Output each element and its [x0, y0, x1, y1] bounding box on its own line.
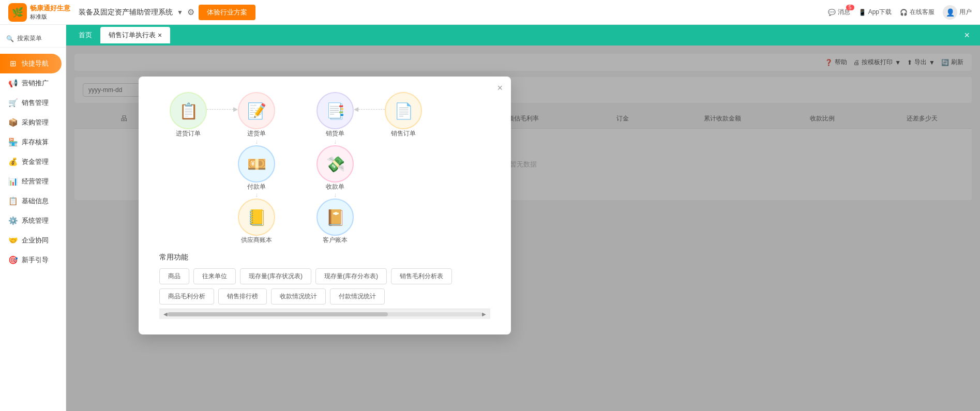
common-btn-sales-rank[interactable]: 销售排行榜 [218, 288, 267, 305]
supplier-account-label: 供应商账本 [241, 236, 272, 245]
common-btn-goods-margin[interactable]: 商品毛利分析 [159, 288, 214, 305]
common-buttons: 商品 往来单位 现存量(库存状况表) 现存量(库存分布表) 销售毛利分析表 商品… [159, 268, 490, 305]
sidebar-search-area: 🔍 搜索菜单 [0, 25, 66, 53]
sales-order-label: 销售订单 [391, 129, 416, 138]
tab-sales-order-label: 销售订单执行表 [109, 31, 156, 40]
system-icon: ⚙️ [8, 216, 18, 225]
operation-icon: 📊 [8, 177, 18, 186]
message-badge: 5 [846, 5, 854, 10]
tab-bar-close-btn[interactable]: × [962, 28, 972, 43]
modal-close-btn[interactable]: × [497, 83, 503, 94]
app-container: 🌿 畅康通好生意 标准版 装备及固定资产辅助管理系统 ▼ ⚙ 体验行业方案 💬 … [0, 0, 980, 411]
tab-home-label: 首页 [79, 31, 92, 40]
payment-label: 付款单 [247, 182, 266, 191]
common-btn-sales-margin[interactable]: 销售毛利分析表 [391, 268, 452, 284]
inventory-icon: 🏪 [8, 138, 18, 147]
sidebar-item-newbie[interactable]: 🎯 新手引导 [0, 250, 66, 270]
content-area: 首页 销售订单执行表 × × ❓ 帮助 [66, 25, 980, 411]
system-name-text: 装备及固定资产辅助管理系统 [79, 8, 173, 17]
sidebar-item-enterprise[interactable]: 🤝 企业协同 [0, 231, 66, 250]
sidebar-item-finance[interactable]: 💰 资金管理 [0, 152, 66, 172]
main-area: 🔍 搜索菜单 ⊞ 快捷导航 📢 营销推广 🛒 销售管理 📦 [0, 25, 980, 411]
sidebar-nav: ⊞ 快捷导航 📢 营销推广 🛒 销售管理 📦 采购管理 🏪 库存核算 [0, 53, 66, 271]
logo-text: 畅康通好生意 标准版 [30, 4, 70, 20]
app-download-item[interactable]: 📱 App下载 [858, 8, 892, 17]
supplier-account-icon: 📒 [238, 199, 275, 236]
sidebar-label-system: 系统管理 [22, 216, 49, 225]
sidebar-item-inventory[interactable]: 🏪 库存核算 [0, 132, 66, 152]
sidebar-item-operation[interactable]: 📊 经营管理 [0, 172, 66, 191]
tab-sales-order[interactable]: 销售订单执行表 × [100, 27, 170, 43]
sidebar-item-quick-nav[interactable]: ⊞ 快捷导航 [0, 54, 62, 73]
logo-icon: 🌿 [8, 3, 27, 22]
basic-icon: 📋 [8, 196, 18, 206]
common-btn-stock-status[interactable]: 现存量(库存状况表) [240, 268, 311, 284]
common-section: 常用功能 商品 往来单位 现存量(库存状况表) 现存量(库存分布表) 销售毛利分… [159, 245, 490, 309]
sales-bill-label: 销货单 [326, 129, 344, 138]
tab-home[interactable]: 首页 [70, 27, 100, 43]
search-menu-btn[interactable]: 🔍 搜索菜单 [0, 30, 66, 48]
tab-bar: 首页 销售订单执行表 × × [66, 25, 980, 45]
top-right-area: 💬 消息 5 📱 App下载 🎧 在线客服 👤 用户 [828, 5, 972, 20]
user-item[interactable]: 👤 用户 [943, 5, 972, 20]
finance-icon: 💰 [8, 157, 18, 166]
phone-icon: 📱 [858, 9, 866, 16]
tab-close-icon[interactable]: × [158, 31, 162, 39]
top-bar: 🌿 畅康通好生意 标准版 装备及固定资产辅助管理系统 ▼ ⚙ 体验行业方案 💬 … [0, 0, 980, 25]
brand-name: 畅康通好生意 [30, 4, 70, 13]
scroll-area: ◀ ▶ [159, 309, 490, 319]
receipt-label: 收款单 [326, 182, 344, 191]
sidebar-item-marketing[interactable]: 📢 营销推广 [0, 73, 66, 93]
common-btn-stock-dist[interactable]: 现存量(库存分布表) [315, 268, 387, 284]
sales-bill-icon: 📑 [316, 92, 354, 129]
common-btn-goods[interactable]: 商品 [159, 268, 189, 284]
system-dropdown-btn[interactable]: ▼ [177, 9, 183, 16]
purchase-order-icon: 📋 [170, 92, 207, 129]
sales-icon: 🛒 [8, 98, 18, 108]
purchase-order-label: 进货订单 [176, 129, 201, 138]
message-item[interactable]: 💬 消息 5 [828, 8, 850, 17]
sidebar-label-operation: 经营管理 [22, 177, 49, 186]
common-btn-payment-stat[interactable]: 付款情况统计 [330, 288, 385, 305]
quick-nav-icon: ⊞ [8, 59, 18, 68]
modal: × 📋 进货订单 [139, 77, 511, 334]
sidebar: 🔍 搜索菜单 ⊞ 快捷导航 📢 营销推广 🛒 销售管理 📦 [0, 25, 66, 411]
user-name: 用户 [959, 8, 972, 17]
common-btn-partner[interactable]: 往来单位 [193, 268, 236, 284]
logo-area: 🌿 畅康通好生意 标准版 [8, 3, 74, 22]
online-service-label: 在线客服 [910, 8, 934, 17]
sidebar-item-basic[interactable]: 📋 基础信息 [0, 191, 66, 211]
purchase-bill-label: 进货单 [247, 129, 266, 138]
search-icon: 🔍 [6, 35, 14, 42]
customer-account-label: 客户账本 [323, 236, 348, 245]
trial-btn[interactable]: 体验行业方案 [199, 5, 255, 20]
purchase-icon: 📦 [8, 118, 18, 127]
scroll-track[interactable] [168, 312, 482, 316]
sidebar-item-system[interactable]: ⚙️ 系统管理 [0, 211, 66, 231]
user-avatar: 👤 [943, 5, 957, 20]
system-name-area: 装备及固定资产辅助管理系统 ▼ ⚙ [79, 7, 194, 17]
sidebar-label-purchase: 采购管理 [22, 118, 49, 127]
search-menu-label: 搜索菜单 [17, 34, 42, 43]
online-service-item[interactable]: 🎧 在线客服 [900, 8, 934, 17]
sidebar-label-inventory: 库存核算 [22, 138, 49, 147]
common-btn-receipt-stat[interactable]: 收款情况统计 [271, 288, 326, 305]
modal-overlay[interactable]: × 📋 进货订单 [66, 45, 980, 411]
sidebar-label-quick-nav: 快捷导航 [22, 59, 49, 68]
sidebar-item-purchase[interactable]: 📦 采购管理 [0, 113, 66, 132]
payment-icon: 💴 [238, 145, 275, 182]
settings-icon-btn[interactable]: ⚙ [187, 7, 194, 17]
sales-order-icon: 📄 [385, 92, 422, 129]
purchase-bill-icon: 📝 [238, 92, 275, 129]
page-content: ❓ 帮助 🖨 按模板打印 ▼ ⬆ 导出 ▼ [66, 45, 980, 411]
sidebar-label-finance: 资金管理 [22, 157, 49, 166]
sidebar-item-sales[interactable]: 🛒 销售管理 [0, 93, 66, 113]
common-title: 常用功能 [159, 253, 490, 262]
message-icon: 💬 [828, 9, 836, 16]
brand-sub: 标准版 [30, 13, 70, 20]
modal-body: 📋 进货订单 ▶ 📝 [139, 77, 511, 334]
scroll-right-arrow[interactable]: ▶ [482, 311, 486, 317]
scroll-left-arrow[interactable]: ◀ [163, 311, 168, 317]
sidebar-label-marketing: 营销推广 [22, 79, 49, 88]
customer-account-icon: 📔 [316, 199, 354, 236]
